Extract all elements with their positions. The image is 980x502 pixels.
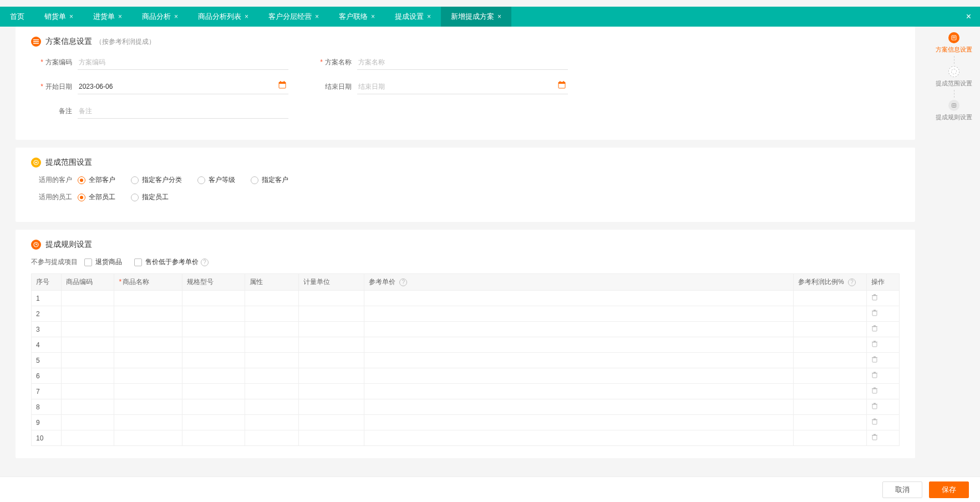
cell-code[interactable] (61, 322, 114, 337)
cell-name[interactable] (114, 430, 182, 446)
radio-employee-0[interactable]: 全部员工 (78, 192, 115, 202)
calendar-icon[interactable] (558, 81, 566, 90)
cell-unit[interactable] (299, 291, 364, 306)
cell-refprice[interactable] (364, 337, 794, 353)
delete-icon[interactable] (871, 403, 878, 411)
cell-name[interactable] (114, 337, 182, 353)
table-row[interactable]: 8 (32, 399, 900, 415)
cell-refprice[interactable] (364, 322, 794, 337)
cell-attr[interactable] (245, 368, 299, 384)
cell-spec[interactable] (182, 337, 245, 353)
info-icon[interactable]: ? (399, 278, 407, 286)
cell-ratio[interactable] (793, 384, 866, 399)
cell-code[interactable] (61, 291, 114, 306)
cell-spec[interactable] (182, 384, 245, 399)
info-icon[interactable]: ? (201, 258, 209, 266)
cell-unit[interactable] (299, 306, 364, 322)
cell-refprice[interactable] (364, 415, 794, 430)
close-icon[interactable]: × (497, 13, 501, 21)
tab-销货单[interactable]: 销货单× (34, 7, 83, 27)
cell-unit[interactable] (299, 368, 364, 384)
table-row[interactable]: 6 (32, 368, 900, 384)
cell-code[interactable] (61, 399, 114, 415)
cell-attr[interactable] (245, 415, 299, 430)
input-plan-name[interactable] (357, 54, 568, 70)
step-2[interactable]: 提成规则设置 (936, 100, 972, 121)
radio-employee-1[interactable]: 指定员工 (131, 192, 169, 202)
cell-ratio[interactable] (793, 353, 866, 368)
cell-spec[interactable] (182, 322, 245, 337)
close-icon[interactable]: × (371, 13, 375, 21)
cell-name[interactable] (114, 306, 182, 322)
cell-name[interactable] (114, 322, 182, 337)
cell-name[interactable] (114, 368, 182, 384)
delete-icon[interactable] (871, 295, 878, 302)
cell-name[interactable] (114, 415, 182, 430)
close-icon[interactable]: × (245, 13, 248, 21)
checkbox-exclude-0[interactable]: 退货商品 (84, 257, 122, 267)
tab-首页[interactable]: 首页 (0, 7, 34, 27)
table-row[interactable]: 3 (32, 322, 900, 337)
cell-attr[interactable] (245, 306, 299, 322)
cell-ratio[interactable] (793, 368, 866, 384)
cell-ratio[interactable] (793, 291, 866, 306)
tab-商品分析列表[interactable]: 商品分析列表× (188, 7, 258, 27)
cell-attr[interactable] (245, 337, 299, 353)
close-icon[interactable]: × (69, 13, 73, 21)
cell-name[interactable] (114, 353, 182, 368)
cell-unit[interactable] (299, 337, 364, 353)
tab-客户分层经营[interactable]: 客户分层经营× (258, 7, 329, 27)
info-icon[interactable]: ? (848, 278, 856, 286)
input-plan-code[interactable] (78, 54, 288, 70)
cell-spec[interactable] (182, 353, 245, 368)
input-start-date[interactable] (78, 79, 288, 94)
close-icon[interactable]: × (315, 13, 319, 21)
cell-unit[interactable] (299, 399, 364, 415)
close-all-tabs[interactable]: × (962, 7, 976, 27)
delete-icon[interactable] (871, 419, 878, 427)
cell-code[interactable] (61, 353, 114, 368)
table-row[interactable]: 1 (32, 291, 900, 306)
cell-refprice[interactable] (364, 399, 794, 415)
cell-code[interactable] (61, 368, 114, 384)
checkbox-exclude-1[interactable]: 售价低于参考单价? (134, 257, 209, 267)
delete-icon[interactable] (871, 434, 878, 442)
close-icon[interactable]: × (118, 13, 122, 21)
delete-icon[interactable] (871, 326, 878, 333)
tab-新增提成方案[interactable]: 新增提成方案× (441, 7, 511, 27)
step-1[interactable]: 提成范围设置 (936, 66, 972, 88)
cell-code[interactable] (61, 337, 114, 353)
cell-code[interactable] (61, 430, 114, 446)
cell-code[interactable] (61, 415, 114, 430)
cell-unit[interactable] (299, 415, 364, 430)
cell-ratio[interactable] (793, 322, 866, 337)
close-icon[interactable]: × (427, 13, 431, 21)
cell-code[interactable] (61, 384, 114, 399)
cell-name[interactable] (114, 291, 182, 306)
cell-name[interactable] (114, 399, 182, 415)
cell-unit[interactable] (299, 322, 364, 337)
cell-spec[interactable] (182, 430, 245, 446)
radio-customer-0[interactable]: 全部客户 (78, 175, 115, 185)
cell-spec[interactable] (182, 399, 245, 415)
cell-ratio[interactable] (793, 415, 866, 430)
radio-customer-3[interactable]: 指定客户 (251, 175, 288, 185)
delete-icon[interactable] (871, 388, 878, 395)
cell-attr[interactable] (245, 353, 299, 368)
delete-icon[interactable] (871, 372, 878, 380)
table-row[interactable]: 2 (32, 306, 900, 322)
cell-refprice[interactable] (364, 353, 794, 368)
cell-ratio[interactable] (793, 399, 866, 415)
cell-spec[interactable] (182, 291, 245, 306)
table-row[interactable]: 5 (32, 353, 900, 368)
cell-attr[interactable] (245, 291, 299, 306)
cell-attr[interactable] (245, 399, 299, 415)
radio-customer-2[interactable]: 客户等级 (197, 175, 235, 185)
input-end-date[interactable] (357, 79, 568, 94)
radio-customer-1[interactable]: 指定客户分类 (131, 175, 182, 185)
cell-ratio[interactable] (793, 306, 866, 322)
save-button[interactable]: 保存 (929, 481, 969, 498)
cell-refprice[interactable] (364, 430, 794, 446)
delete-icon[interactable] (871, 357, 878, 364)
cell-refprice[interactable] (364, 384, 794, 399)
